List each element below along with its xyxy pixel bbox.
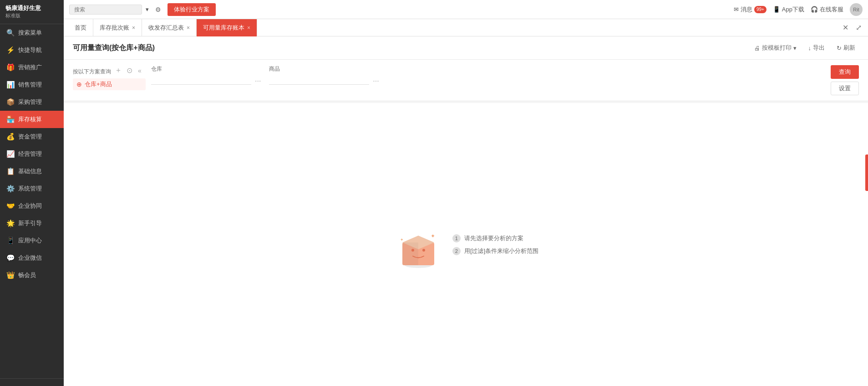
page-title: 可用量查询(按仓库+商品) [73,43,155,53]
export-button[interactable]: ↓ 导出 [805,42,829,54]
product-field: 商品 ... [269,65,381,85]
sidebar-item-14[interactable]: 👑 畅会员 [0,267,64,284]
svg-point-4 [411,249,414,252]
print-label: 按模板打印 [762,44,792,52]
hint-text-1: 请先选择要分析的方案 [464,234,523,242]
message-icon: ✉ [734,6,739,13]
sidebar-item-icon-1: ⚡ [6,46,15,54]
settings-button[interactable]: 设置 [831,82,859,95]
product-label: 商品 [269,65,381,73]
sidebar-item-label-13: 企业微信 [18,254,42,262]
expand-tab-button[interactable]: ⤢ [853,22,864,33]
scheme-item-label: 仓库+商品 [85,80,112,88]
warehouse-input[interactable] [151,74,251,85]
sidebar-item-11[interactable]: 🌟 新手引导 [0,215,64,232]
sidebar-item-icon-10: 🤝 [6,202,15,210]
filter-scheme-label: 按以下方案查询 [73,68,111,76]
print-dropdown-icon[interactable]: ▾ [793,45,797,51]
tabs-controls: ✕ ⤢ [836,22,868,33]
tab-available-qty-label: 可用量库存账本 [203,24,244,32]
search-input[interactable] [69,5,142,15]
hint-num-2: 2 [452,247,461,255]
dropdown-icon[interactable]: ▾ [146,6,149,13]
print-button[interactable]: 🖨 按模板打印 ▾ [751,42,800,54]
sidebar-item-1[interactable]: ⚡ 快捷导航 [0,41,64,59]
message-label: 消息 [741,5,752,14]
export-icon: ↓ [808,45,812,51]
brand-edition: 标准版 [5,12,58,19]
sidebar-item-label-0: 搜索菜单 [18,29,42,37]
tab-available-qty-close[interactable]: × [247,25,250,31]
svg-text:✦: ✦ [400,237,404,242]
sidebar-item-12[interactable]: 📱 应用中心 [0,232,64,249]
filter-fields: 仓库 ... 商品 ... [151,65,821,85]
sidebar-item-label-9: 系统管理 [18,185,42,193]
sidebar-item-0[interactable]: 🔍 搜索菜单 [0,24,64,41]
query-actions: 查询 设置 [826,65,859,95]
sidebar-item-icon-14: 👑 [6,271,15,279]
scheme-item-warehouse-product[interactable]: ⊕ 仓库+商品 [73,78,146,90]
app-download-label: App下载 [782,5,804,14]
warehouse-input-group: ... [151,74,263,85]
sidebar-item-2[interactable]: 🎁 营销推广 [0,59,64,76]
close-tab-button[interactable]: ✕ [840,22,851,33]
svg-text:✦: ✦ [431,233,435,239]
tab-summary[interactable]: 收发存汇总表 × [142,19,197,36]
message-button[interactable]: ✉ 消息 99+ [734,5,766,14]
sidebar-item-icon-8: 📋 [6,167,15,175]
empty-state: ✦ ✦ · 1 请先选择要分析的方案 2 用[过滤]条件来缩小分析范围 [64,103,868,386]
tab-home-label: 首页 [75,24,86,32]
gear-icon[interactable]: ⚙ [152,5,164,14]
hint-num-1: 1 [452,234,461,242]
empty-hints: 1 请先选择要分析的方案 2 用[过滤]条件来缩小分析范围 [452,234,538,255]
svg-rect-3 [402,242,418,265]
collapse-button[interactable]: « [136,67,143,74]
add-scheme-button[interactable]: ＋ [114,66,123,75]
sidebar: 畅康通好生意 标准版 🔍 搜索菜单 ⚡ 快捷导航 🎁 营销推广 📊 销售管理 📦… [0,0,64,386]
online-service-button[interactable]: 🎧 在线客服 [811,5,843,14]
tabs-bar: 首页 库存批次账 × 收发存汇总表 × 可用量库存账本 × ✕ ⤢ [64,19,868,36]
sidebar-item-5[interactable]: 🏪 库存核算 [0,111,64,128]
sidebar-footer [0,378,64,386]
sidebar-scroll: 🔍 搜索菜单 ⚡ 快捷导航 🎁 营销推广 📊 销售管理 📦 采购管理 🏪 库存核… [0,24,64,378]
query-button[interactable]: 查询 [831,65,859,79]
sidebar-item-icon-7: 📈 [6,150,15,158]
product-input[interactable] [269,74,369,85]
svg-text:·: · [427,244,428,247]
sidebar-item-label-14: 畅会员 [18,271,36,279]
sidebar-item-label-2: 营销推广 [18,63,42,72]
sidebar-item-6[interactable]: 💰 资金管理 [0,128,64,145]
product-input-group: ... [269,74,381,85]
sidebar-item-10[interactable]: 🤝 企业协同 [0,197,64,215]
settings-scheme-button[interactable]: ⊙ [126,66,133,75]
sidebar-item-8[interactable]: 📋 基础信息 [0,163,64,180]
sidebar-item-label-10: 企业协同 [18,202,42,210]
sidebar-item-7[interactable]: 📈 经营管理 [0,145,64,163]
trial-button[interactable]: 体验行业方案 [168,3,216,16]
brand-name: 畅康通好生意 [5,5,58,12]
tab-home[interactable]: 首页 [68,19,93,36]
main-area: ▾ ⚙ 体验行业方案 ✉ 消息 99+ 📱 App下载 🎧 在线客服 Rit [64,0,868,386]
product-dots-button[interactable]: ... [371,75,381,83]
avatar[interactable]: Rit [850,3,863,16]
topbar: ▾ ⚙ 体验行业方案 ✉ 消息 99+ 📱 App下载 🎧 在线客服 Rit [64,0,868,19]
sidebar-header: 畅康通好生意 标准版 [0,0,64,24]
sidebar-item-label-5: 库存核算 [18,115,42,124]
tab-batch-account-close[interactable]: × [132,25,135,31]
tab-summary-close[interactable]: × [187,25,190,31]
svg-point-5 [422,249,425,252]
sidebar-item-3[interactable]: 📊 销售管理 [0,76,64,93]
sidebar-item-label-4: 采购管理 [18,98,42,106]
warehouse-label: 仓库 [151,65,263,73]
sidebar-item-4[interactable]: 📦 采购管理 [0,93,64,111]
tab-batch-account[interactable]: 库存批次账 × [93,19,142,36]
message-badge: 99+ [754,6,766,13]
warehouse-dots-button[interactable]: ... [253,75,263,83]
phone-icon: 📱 [773,6,780,13]
refresh-button[interactable]: ↻ 刷新 [833,42,859,54]
right-scroll-indicator [865,154,868,191]
app-download-button[interactable]: 📱 App下载 [773,5,804,14]
tab-available-qty[interactable]: 可用量库存账本 × [197,19,257,36]
sidebar-item-9[interactable]: ⚙️ 系统管理 [0,180,64,197]
sidebar-item-13[interactable]: 💬 企业微信 [0,249,64,267]
